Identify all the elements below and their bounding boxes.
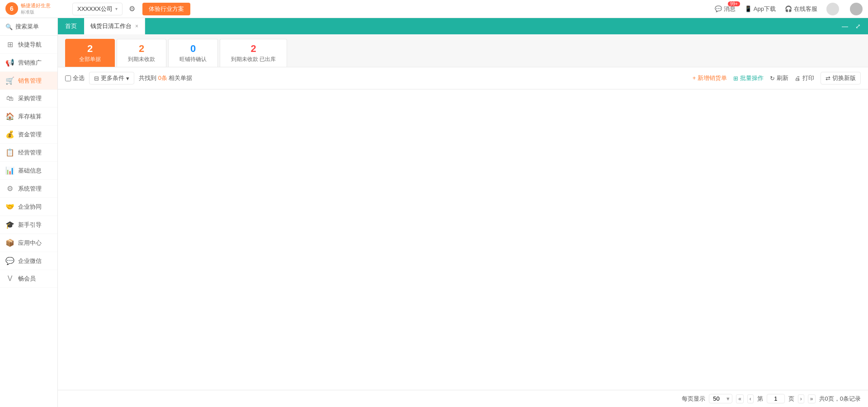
sidebar-icon-3: 🛍	[5, 94, 14, 103]
tab-bar: 首页 钱货日清工作台 × — ⤢	[58, 18, 868, 34]
sidebar-label-9: 企业协同	[18, 203, 42, 211]
tab-active[interactable]: 钱货日清工作台 ×	[84, 18, 145, 34]
sidebar-label-11: 应用中心	[18, 239, 42, 247]
content-area: 首页 钱货日清工作台 × — ⤢ 2 全部单据 2 到期未收款 0 旺铺待确认 …	[58, 18, 868, 407]
add-sales-order-button[interactable]: + 新增销货单	[693, 74, 727, 82]
stats-tabs: 2 全部单据 2 到期未收款 0 旺铺待确认 2 到期未收款 已出库	[58, 34, 868, 67]
sidebar-label-5: 资金管理	[18, 131, 42, 139]
prev-page-button[interactable]: ‹	[747, 394, 754, 403]
page-label: 第	[757, 395, 763, 403]
switch-version-button[interactable]: ⇄ 切换新版	[821, 72, 861, 84]
sidebar-item-基础信息[interactable]: 📊基础信息	[0, 162, 57, 180]
app-download-label: App下载	[754, 5, 776, 13]
maximize-icon[interactable]: ⤢	[854, 21, 863, 32]
app-badge: 标准版	[21, 9, 51, 15]
switch-icon: ⇄	[826, 75, 830, 82]
sidebar-label-3: 采购管理	[18, 94, 42, 103]
table-area	[58, 89, 868, 390]
sidebar-icon-5: 💰	[5, 130, 14, 139]
sidebar-item-经营管理[interactable]: 📋经营管理	[0, 144, 57, 162]
sidebar-item-新手引导[interactable]: 🎓新手引导	[0, 216, 57, 234]
tab-home[interactable]: 首页	[58, 18, 84, 34]
search-icon: 🔍	[5, 23, 13, 30]
company-selector[interactable]: XXXXXX公司 ▾	[72, 3, 123, 15]
stat-tab-2[interactable]: 0 旺铺待确认	[168, 39, 218, 67]
sidebar-icon-9: 🤝	[5, 202, 14, 211]
download-icon: 📱	[745, 5, 752, 12]
sidebar-item-资金管理[interactable]: 💰资金管理	[0, 126, 57, 144]
batch-operation-button[interactable]: ⊞ 批量操作	[733, 74, 764, 82]
message-button[interactable]: 💬 消息 99+	[715, 5, 736, 13]
toolbar: 全选 ⊟ 更多条件 ▾ 共找到 0条 相关单据 + 新增销货单	[58, 67, 868, 89]
select-all-label: 全选	[73, 74, 85, 82]
page-input[interactable]	[767, 394, 785, 403]
select-all-checkbox[interactable]: 全选	[65, 74, 85, 82]
found-count: 0条	[158, 75, 167, 81]
top-header: 6 畅捷通好生意 标准版 XXXXXX公司 ▾ ⚙ 体验行业方案 💬 消息 99…	[0, 0, 868, 18]
sidebar-item-企业协同[interactable]: 🤝企业协同	[0, 198, 57, 216]
sidebar-item-企业微信[interactable]: 💬企业微信	[0, 252, 57, 270]
header-right: 💬 消息 99+ 📱 App下载 🎧 在线客服	[715, 3, 863, 15]
sidebar-item-应用中心[interactable]: 📦应用中心	[0, 234, 57, 252]
sidebar-icon-12: 💬	[5, 257, 14, 265]
company-name: XXXXXX公司	[77, 5, 113, 13]
tab-close-icon[interactable]: ×	[135, 23, 138, 29]
stat-num-2: 0	[190, 43, 196, 55]
per-page-select[interactable]: 2050100200	[709, 394, 732, 403]
avatar2[interactable]	[850, 3, 863, 15]
trial-button[interactable]: 体验行业方案	[142, 3, 190, 15]
sidebar-label-4: 库存核算	[18, 112, 42, 121]
stat-tab-3[interactable]: 2 到期未收款 已出库	[220, 39, 287, 67]
sidebar-item-畅会员[interactable]: V畅会员	[0, 270, 57, 288]
refresh-label: 刷新	[777, 74, 788, 82]
refresh-button[interactable]: ↻ 刷新	[770, 74, 788, 82]
stat-num-3: 2	[251, 43, 256, 55]
headset-icon: 🎧	[785, 5, 792, 12]
sidebar-item-销售管理[interactable]: 🛒销售管理	[0, 72, 57, 90]
sidebar-item-快捷导航[interactable]: ⊞快捷导航	[0, 36, 57, 54]
sidebar-item-系统管理[interactable]: ⚙系统管理	[0, 180, 57, 198]
sidebar-item-营销推广[interactable]: 📢营销推广	[0, 54, 57, 72]
search-menu[interactable]: 🔍 搜索菜单	[0, 18, 57, 36]
switch-label: 切换新版	[832, 74, 856, 82]
app-download-button[interactable]: 📱 App下载	[745, 5, 776, 13]
sidebar-item-采购管理[interactable]: 🛍采购管理	[0, 90, 57, 108]
sidebar-item-库存核算[interactable]: 🏠库存核算	[0, 108, 57, 126]
stat-label-0: 全部单据	[79, 56, 101, 63]
minimize-icon[interactable]: —	[840, 21, 850, 32]
tab-bar-right: — ⤢	[840, 21, 868, 32]
main-layout: 🔍 搜索菜单 ⊞快捷导航📢营销推广🛒销售管理🛍采购管理🏠库存核算💰资金管理📋经营…	[0, 18, 868, 407]
settings-icon[interactable]: ⚙	[127, 3, 137, 15]
total-info: 共0页，0条记录	[819, 395, 861, 403]
logo-text-group: 畅捷通好生意 标准版	[21, 2, 51, 15]
per-page-label: 每页显示	[682, 395, 705, 403]
chevron-filter-icon: ▾	[126, 75, 129, 82]
filter-button[interactable]: ⊟ 更多条件 ▾	[89, 72, 134, 84]
sidebar-icon-13: V	[5, 275, 14, 283]
batch-label: 批量操作	[740, 74, 764, 82]
page-suffix: 页	[788, 395, 794, 403]
sidebar-icon-10: 🎓	[5, 220, 14, 229]
print-label: 打印	[802, 74, 814, 82]
per-page-wrap: 2050100200	[709, 394, 732, 403]
sidebar-label-6: 经营管理	[18, 149, 42, 157]
sidebar-label-0: 快捷导航	[18, 41, 42, 49]
sidebar-label-10: 新手引导	[18, 221, 42, 229]
sidebar-label-2: 销售管理	[18, 77, 42, 85]
first-page-button[interactable]: «	[736, 394, 744, 403]
sidebar-label-12: 企业微信	[18, 257, 42, 265]
filter-icon: ⊟	[94, 75, 99, 82]
sidebar-icon-7: 📊	[5, 166, 14, 175]
refresh-icon: ↻	[770, 75, 775, 82]
avatar[interactable]	[826, 3, 839, 15]
select-all-input[interactable]	[65, 75, 71, 81]
stat-tab-0[interactable]: 2 全部单据	[65, 39, 115, 67]
stat-tab-1[interactable]: 2 到期未收款	[117, 39, 166, 67]
print-button[interactable]: 🖨 打印	[795, 74, 814, 82]
online-service-button[interactable]: 🎧 在线客服	[785, 5, 817, 13]
next-page-button[interactable]: ›	[798, 394, 804, 403]
sidebar-label-8: 系统管理	[18, 185, 42, 193]
sidebar-icon-4: 🏠	[5, 112, 14, 121]
logo-icon: 6	[5, 2, 18, 15]
last-page-button[interactable]: »	[808, 394, 816, 403]
